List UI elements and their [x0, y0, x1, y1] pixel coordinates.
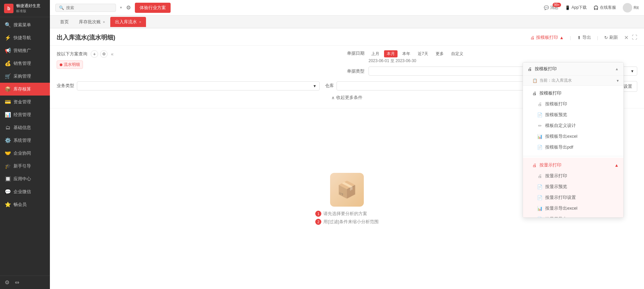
dropdown-current-item: 📋 当前：出入库流水 [532, 78, 572, 83]
template-print-item[interactable]: 🖨 按模板打印 [523, 99, 623, 109]
dropdown-scroll: 📋 当前：出入库流水 ▾ 🖨 按模板打印 🖨 按模 [523, 76, 623, 217]
sidebar-item-basic[interactable]: 🗂基础信息 [0, 121, 50, 134]
date-btn-last_month[interactable]: 上月 [369, 50, 382, 57]
app-download-label: App下载 [572, 5, 587, 10]
display-print-item[interactable]: 🖨 按显示打印 [523, 170, 623, 181]
tab-flow[interactable]: 出入库流水× [110, 17, 146, 27]
filter-query-label: 按以下方案查询 [57, 51, 87, 57]
trial-button[interactable]: 体验行业方案 [135, 3, 171, 13]
display-section-label: 按显示打印 [539, 162, 561, 168]
tab-batch-account[interactable]: 库存批次账× [74, 17, 110, 27]
date-btn-custom[interactable]: 自定义 [448, 50, 466, 57]
sidebar-item-system[interactable]: ⚙️系统管理 [0, 134, 50, 147]
filter-collapse-icon[interactable]: « [111, 51, 114, 57]
page-title: 出入库流水(流水明细) [57, 33, 115, 42]
sales-icon: 💰 [5, 60, 11, 67]
export-icon: ⬆ [577, 35, 581, 40]
sidebar-item-app-center[interactable]: 🔲应用中心 [0, 173, 50, 185]
sidebar-item-enterprise[interactable]: 🤝企业协同 [0, 147, 50, 160]
template-print-header[interactable]: 🖨 按模板打印 [523, 88, 623, 99]
display-print-header[interactable]: 🖨 按显示打印 ▲ [523, 160, 623, 170]
date-btn-current_year[interactable]: 本年 [400, 50, 413, 57]
sidebar-item-purchase[interactable]: 🛒采购管理 [0, 70, 50, 83]
search-input[interactable] [66, 5, 107, 10]
filter-tag[interactable]: 流水明细 [57, 60, 83, 69]
display-preview-item[interactable]: 📄 按显示预览 [523, 181, 623, 192]
settings-icon[interactable]: ⚙ [5, 279, 9, 286]
sidebar-item-label: 库存核算 [13, 86, 31, 92]
message-icon: 💬 [544, 5, 549, 10]
sidebar-item-newbie[interactable]: 🎓新手引导 [0, 160, 50, 173]
sidebar-item-finance[interactable]: 💳资金管理 [0, 96, 50, 108]
refresh-button[interactable]: ↻ 刷新 [602, 33, 621, 42]
template-custom-item[interactable]: ✏ 模板自定义设计 [523, 120, 623, 131]
tab-label-home: 首页 [60, 19, 69, 25]
sidebar-item-operation[interactable]: 📊经营管理 [0, 108, 50, 121]
filter-setting-button[interactable]: ⚙ [100, 50, 108, 58]
voucher-type-dropdown-icon: ▾ [631, 69, 634, 74]
tip-num-1: 1 [315, 211, 321, 217]
system-icon: ⚙️ [5, 137, 11, 143]
date-btn-last_7_days[interactable]: 近7天 [415, 50, 431, 57]
biz-type-select[interactable]: ▾ [77, 81, 320, 90]
sidebar-item-membership[interactable]: ⭐畅会员 [0, 198, 50, 211]
template-preview-item[interactable]: 📄 按模板预览 [523, 109, 623, 120]
sidebar-item-search[interactable]: 🔍搜索菜单 [0, 19, 50, 31]
app-download-button[interactable]: 📱 App下载 [565, 5, 587, 10]
date-btn-more[interactable]: 更多 [433, 50, 446, 57]
sidebar-item-marketing[interactable]: 📢营销推广 [0, 44, 50, 57]
tab-close-batch-account[interactable]: × [103, 20, 105, 24]
export-button[interactable]: ⬆ 导出 [575, 33, 594, 42]
export-label: 导出 [582, 34, 591, 41]
dropdown-title-text: 按模板打印 [535, 66, 557, 72]
template-print-section: 🖨 按模板打印 🖨 按模板打印 📄 按模板预览 ✏ 模板自定义设 [523, 86, 623, 155]
tab-home[interactable]: 首页 [55, 17, 74, 27]
display-export-pdf-icon: 📄 [537, 217, 543, 218]
basic-icon: 🗂 [5, 125, 11, 130]
header-gear-icon[interactable]: ⚙ [126, 4, 131, 11]
sidebar-item-quick-nav[interactable]: ⚡快捷导航 [0, 31, 50, 44]
content-header: 出入库流水(流水明细) 🖨 按模板打印 ▲ | ⬆ 导出 | ↻ 刷新 ✕ [50, 28, 644, 46]
close-window-button[interactable]: ✕ [624, 34, 628, 41]
dropdown-up-icon[interactable]: ▲ [615, 67, 619, 71]
user-profile[interactable]: Rit [623, 3, 639, 12]
print-template-button[interactable]: 🖨 按模板打印 ▲ [528, 33, 566, 42]
display-export-excel-item[interactable]: 📊 按显示导出excel [523, 203, 623, 214]
display-section-chevron[interactable]: ▲ [614, 163, 619, 168]
expand-button[interactable]: ⛶ [632, 34, 637, 41]
collapse-icon[interactable]: ⇔ [15, 279, 19, 286]
finance-icon: 💳 [5, 99, 11, 105]
app-center-icon: 🔲 [5, 176, 11, 182]
sidebar-item-label: 经营管理 [13, 112, 31, 118]
date-btn-current_month[interactable]: 本月 [384, 50, 398, 57]
action-separator-1: | [570, 35, 571, 40]
display-preview-icon: 📄 [537, 184, 543, 189]
dropdown-printer-icon: 🖨 [528, 67, 532, 72]
search-dropdown-icon[interactable]: ▾ [120, 5, 122, 10]
tip-text-2: 用[过滤]条件来缩小分析范围 [323, 219, 378, 225]
corp-wechat-icon: 💬 [5, 189, 11, 195]
sidebar-item-label: 系统管理 [13, 137, 31, 143]
sidebar-item-corp-wechat[interactable]: 💬企业微信 [0, 185, 50, 198]
header-search[interactable]: 🔍 [55, 4, 116, 12]
display-export-pdf-item[interactable]: 📄 按显示导出pdf [523, 214, 623, 217]
dropdown-current-chevron[interactable]: ▾ [617, 78, 619, 83]
display-print-settings-icon: 📄 [537, 195, 543, 200]
sidebar-item-sales[interactable]: 💰销售管理 [0, 57, 50, 70]
sidebar-item-label: 营销推广 [13, 48, 31, 54]
display-print-icon: 🖨 [537, 174, 543, 179]
sidebar-item-inventory[interactable]: 📦库存核算 [0, 83, 50, 96]
message-button[interactable]: 💬 消息 99+ [544, 5, 558, 10]
dropdown-current-label: 当前：出入库流水 [539, 78, 572, 83]
template-export-excel-item[interactable]: 📊 按模板导出excel [523, 131, 623, 142]
display-print-settings-item[interactable]: 📄 按显示打印设置 [523, 192, 623, 203]
sidebar-item-label: 资金管理 [13, 99, 31, 105]
sidebar-item-label: 搜索菜单 [13, 22, 31, 28]
template-export-pdf-item[interactable]: 📄 按模板导出pdf [523, 142, 623, 153]
filter-add-button[interactable]: + [91, 50, 98, 58]
top-header: 🔍 ▾ ⚙ 体验行业方案 💬 消息 99+ 📱 App下载 🎧 在线客服 Rit [50, 0, 644, 16]
tab-close-flow[interactable]: × [139, 20, 141, 24]
action-separator-2: | [597, 35, 598, 40]
online-service-button[interactable]: 🎧 在线客服 [593, 5, 616, 10]
template-preview-icon: 📄 [537, 112, 543, 117]
